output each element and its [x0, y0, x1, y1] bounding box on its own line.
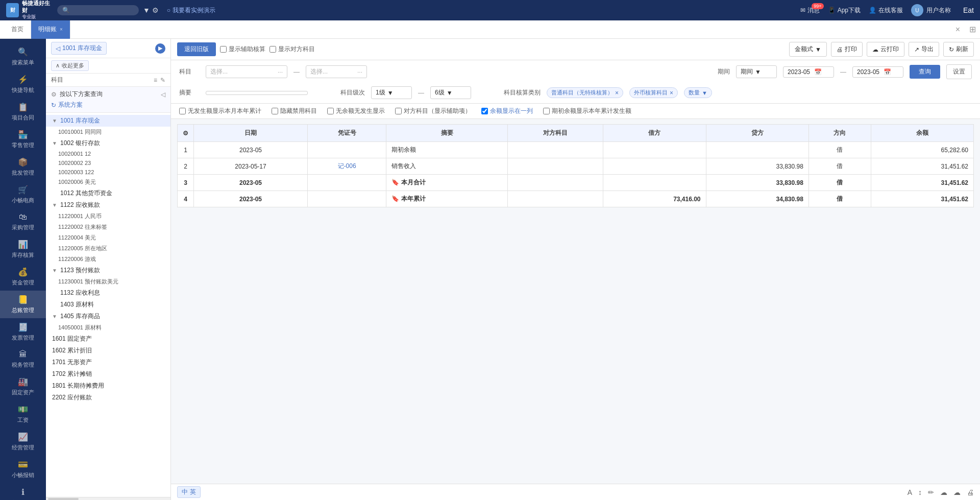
- sidebar-item-search-menu[interactable]: 🔍 搜索菜单: [0, 43, 46, 70]
- expand-more-btn[interactable]: ∧ 收起更多: [51, 60, 89, 71]
- sidebar-item-purchase[interactable]: 🛍 采购管理: [0, 208, 46, 235]
- sidebar-item-business[interactable]: 📈 经营管理: [0, 428, 46, 456]
- tree-item-1701[interactable]: 1701 无形资产: [46, 356, 170, 368]
- sidebar-item-project[interactable]: 📋 项目合同: [0, 98, 46, 126]
- amount-format-btn[interactable]: 金额式 ▼: [789, 42, 827, 57]
- list-icon[interactable]: ≡: [154, 77, 157, 84]
- filter-settings-btn[interactable]: 设置: [946, 64, 972, 79]
- cell-voucher[interactable]: 记-006: [307, 158, 386, 175]
- h-scrollbar[interactable]: [46, 497, 170, 500]
- sidebar-item-tax[interactable]: 🏛 税务管理: [0, 346, 46, 373]
- back-old-version-btn[interactable]: 退回旧版: [177, 42, 216, 56]
- edit-icon[interactable]: ✎: [160, 77, 165, 84]
- system-scheme-btn[interactable]: ↻ 系统方案: [51, 101, 165, 109]
- filter-subject-end-input[interactable]: 选择... ···: [306, 65, 367, 78]
- cloud-print-btn[interactable]: ☁ 云打印: [867, 42, 904, 57]
- print-btn[interactable]: 🖨 打印: [831, 42, 863, 57]
- sidebar-item-ecom[interactable]: 🛒 小畅电商: [0, 181, 46, 208]
- tree-item-1002[interactable]: ▼ 1002 银行存款: [46, 137, 170, 149]
- settings-icon[interactable]: ⚙: [152, 6, 159, 14]
- tree-item-1012[interactable]: 1012 其他货币资金: [46, 187, 170, 199]
- export-btn[interactable]: ↗ 导出: [909, 42, 939, 57]
- sidebar-item-wholesale[interactable]: 📦 批发管理: [0, 153, 46, 181]
- subject-level-from-select[interactable]: 1级 ▼: [371, 86, 412, 99]
- tree-item-11220002[interactable]: 11220002 往来标签: [46, 222, 170, 232]
- tree-item-10020006[interactable]: 10020006 美元: [46, 177, 170, 187]
- collapse-icon[interactable]: ◁: [161, 91, 165, 98]
- tree-item-1001[interactable]: ▼ 1001 库存现金: [46, 115, 170, 127]
- nav-forward-btn[interactable]: ▶: [155, 43, 165, 54]
- tree-item-11220005[interactable]: 11220005 所在地区: [46, 243, 170, 254]
- tree-item-1702[interactable]: 1702 累计摊销: [46, 368, 170, 380]
- tree-item-11230001[interactable]: 11230001 预付账款美元: [46, 276, 170, 287]
- top-search-input[interactable]: [70, 7, 131, 14]
- option-no-balance-checkbox[interactable]: [327, 108, 334, 114]
- h-scrollbar-thumb[interactable]: [48, 498, 79, 500]
- tree-item-1403[interactable]: 1403 原材料: [46, 299, 170, 311]
- tree-item-1801[interactable]: 1801 长期待摊费用: [46, 380, 170, 392]
- filter-summary-input[interactable]: [206, 91, 308, 95]
- sidebar-item-invoice[interactable]: 🧾 发票管理: [0, 318, 46, 346]
- sidebar-item-fund[interactable]: 💰 资金管理: [0, 263, 46, 291]
- sidebar-item-fixed-assets[interactable]: 🏭 固定资产: [0, 373, 46, 400]
- tree-item-10020002[interactable]: 10020002 23: [46, 158, 170, 168]
- tree-item-10010001[interactable]: 10010001 同同同: [46, 127, 170, 137]
- option-ytd-show-checkbox[interactable]: [543, 108, 550, 114]
- nav-down-icon[interactable]: ▼: [143, 6, 150, 14]
- date-to-input[interactable]: 2023-05 📅: [852, 66, 903, 78]
- sidebar-item-retail[interactable]: 🏪 零售管理: [0, 126, 46, 153]
- sidebar-item-inventory[interactable]: 📊 库存核算: [0, 235, 46, 263]
- tag-quantity[interactable]: 数量 ▼: [684, 87, 712, 98]
- show-aux-checkbox[interactable]: [220, 46, 227, 53]
- tag-foreign-remove[interactable]: ×: [670, 89, 673, 97]
- cloud2-icon[interactable]: ☁: [940, 488, 947, 496]
- sidebar-item-payroll[interactable]: 💵 工资: [0, 400, 46, 428]
- online-service-btn[interactable]: 👤 在线客服: [869, 6, 903, 15]
- filter-subject-input[interactable]: 选择... ···: [206, 65, 287, 78]
- app-download-btn[interactable]: 📱 App下载: [828, 6, 861, 15]
- tab-close-all-btn[interactable]: ×: [950, 25, 965, 34]
- option-hide-disabled-checkbox[interactable]: [272, 108, 278, 114]
- sidebar-item-quick-nav[interactable]: ⚡ 快捷导航: [0, 70, 46, 98]
- tree-item-2202[interactable]: 2202 应付账款: [46, 392, 170, 403]
- sidebar-item-basic-info[interactable]: ℹ 基础信息: [0, 483, 46, 500]
- sidebar-item-general-ledger[interactable]: 📒 总账管理: [0, 291, 46, 318]
- top-search-box[interactable]: 🔍: [57, 5, 139, 15]
- tree-item-11220006[interactable]: 11220006 游戏: [46, 254, 170, 265]
- tree-item-1601[interactable]: 1601 固定资产: [46, 333, 170, 345]
- cloud3-icon[interactable]: ☁: [953, 488, 961, 496]
- print2-icon[interactable]: 🖨: [967, 488, 974, 496]
- tree-item-14050001[interactable]: 14050001 原材料: [46, 322, 170, 333]
- edit2-icon[interactable]: ✏: [928, 488, 934, 496]
- lang-switch-btn[interactable]: 中 英: [177, 486, 201, 498]
- breadcrumb-btn[interactable]: ◁ 1001 库存现金: [51, 42, 107, 55]
- tab-close-icon[interactable]: ×: [60, 27, 63, 32]
- message-btn[interactable]: ✉ 消息 99+: [800, 6, 820, 15]
- tree-item-11220004[interactable]: 11220004 美元: [46, 232, 170, 243]
- arrow-icon[interactable]: ↕: [918, 488, 922, 496]
- demo-link[interactable]: ○ 我要看实例演示: [167, 6, 215, 15]
- date-from-input[interactable]: 2023-05 📅: [783, 66, 834, 78]
- tree-item-11220001[interactable]: 11220001 人民币: [46, 211, 170, 222]
- voucher-link[interactable]: 记-006: [338, 162, 356, 170]
- refresh-btn[interactable]: ↻ 刷新: [943, 42, 974, 57]
- tab-ledger[interactable]: 明细账 ×: [31, 20, 70, 39]
- option-opposite-show-checkbox[interactable]: [395, 108, 402, 114]
- tab-expand-btn[interactable]: ⊞: [965, 25, 980, 34]
- tag-ordinary[interactable]: 普通科目（无特殊核算） ×: [547, 87, 623, 98]
- tab-home[interactable]: 首页: [4, 20, 31, 39]
- subject-level-to-select[interactable]: 6级 ▼: [430, 86, 471, 99]
- query-btn[interactable]: 查询: [910, 65, 940, 79]
- option-no-occurrence-checkbox[interactable]: [179, 108, 186, 114]
- tree-item-1122[interactable]: ▼ 1122 应收账款: [46, 199, 170, 211]
- period-type-select[interactable]: 期间 ▼: [736, 65, 777, 78]
- tag-ordinary-remove[interactable]: ×: [615, 89, 619, 97]
- tree-item-1602[interactable]: 1602 累计折旧: [46, 345, 170, 356]
- tree-item-10020001[interactable]: 10020001 12: [46, 149, 170, 158]
- show-opposite-checkbox[interactable]: [270, 46, 276, 53]
- tree-item-1123[interactable]: ▼ 1123 预付账款: [46, 265, 170, 276]
- font-icon[interactable]: A: [908, 488, 912, 496]
- sidebar-item-expense[interactable]: 💳 小畅报销: [0, 456, 46, 483]
- tree-item-1405[interactable]: ▼ 1405 库存商品: [46, 311, 170, 322]
- col-settings[interactable]: ⚙: [178, 125, 194, 142]
